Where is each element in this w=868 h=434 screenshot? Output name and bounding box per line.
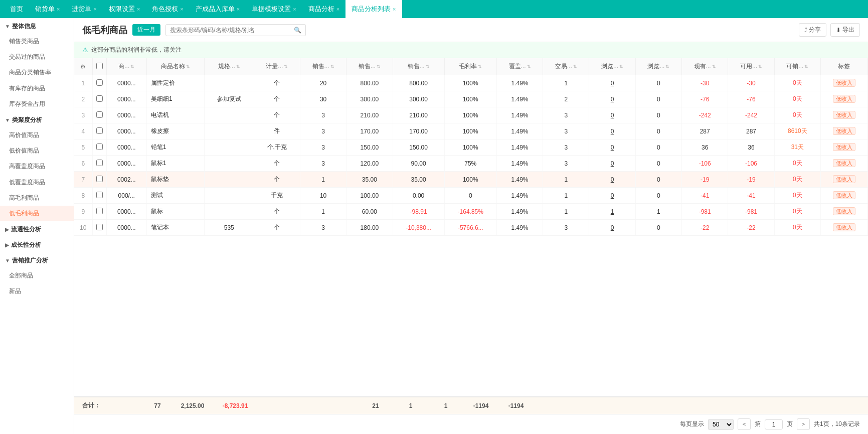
row-view1-3[interactable]: 0 (589, 123, 635, 139)
page-number-input[interactable] (765, 419, 783, 429)
col-spec[interactable]: 规格...⇅ (204, 58, 254, 75)
row-view1-5[interactable]: 0 (589, 156, 635, 172)
page-label: 第 (755, 420, 761, 428)
row-checkbox-8[interactable] (92, 204, 106, 220)
col-available[interactable]: 可用...⇅ (728, 58, 774, 75)
row-checkbox-9[interactable] (92, 220, 106, 236)
nav-product-analysis[interactable]: 商品分析× (302, 0, 345, 18)
row-view1-7[interactable]: 0 (589, 188, 635, 204)
select-all-checkbox[interactable] (96, 63, 103, 69)
sidebar-group-cluster[interactable]: ▼ 类聚度分析 (0, 112, 74, 127)
nav-home[interactable]: 首页 (4, 0, 29, 18)
sidebar-item-traded[interactable]: 交易过的商品 (0, 49, 74, 65)
col-transactions[interactable]: 交易...⇅ (543, 58, 589, 75)
next-page-button[interactable]: ＞ (797, 418, 810, 430)
row-checkbox-0[interactable] (92, 75, 106, 91)
sidebar-item-sales-products[interactable]: 销售类商品 (0, 34, 74, 49)
sidebar-item-low-margin[interactable]: 低毛利商品 (0, 206, 74, 221)
col-views2[interactable]: 浏览...⇅ (635, 58, 681, 75)
sidebar-item-high-margin[interactable]: 高毛利商品 (0, 190, 74, 206)
sidebar-item-high-value[interactable]: 高价值商品 (0, 127, 74, 143)
row-checkbox-3[interactable] (92, 123, 106, 139)
row-amount-9: -10,380... (393, 220, 444, 236)
row-qty-0: 20 (300, 75, 346, 91)
date-filter-button[interactable]: 近一月 (132, 24, 160, 36)
row-view1-8[interactable]: 1 (589, 204, 635, 220)
nav-close-template[interactable]: × (293, 6, 296, 12)
sidebar-item-capital[interactable]: 库存资金占用 (0, 96, 74, 112)
per-page-select[interactable]: 50 20 100 (708, 419, 734, 430)
col-sales-price[interactable]: 销售...⇅ (346, 58, 393, 75)
search-input[interactable] (170, 27, 294, 34)
nav-product-inbound[interactable]: 产成品入库单× (190, 0, 246, 18)
table-row: 8 000/... 测试 千克 10 100.00 0.00 0 1.49% 1… (74, 188, 868, 204)
sidebar-item-low-value[interactable]: 低价值商品 (0, 143, 74, 159)
row-name-3[interactable]: 橡皮擦 (146, 123, 204, 139)
col-product-code[interactable]: 商...⇅ (106, 58, 146, 75)
export-button[interactable]: ⬇ 导出 (830, 23, 860, 37)
col-settings[interactable]: ⚙ (74, 58, 92, 75)
sidebar-item-high-coverage[interactable]: 高覆盖度商品 (0, 159, 74, 174)
col-current-stock[interactable]: 现有...⇅ (682, 58, 728, 75)
row-view1-0[interactable]: 0 (589, 75, 635, 91)
col-coverage[interactable]: 覆盖...⇅ (496, 58, 543, 75)
row-name-5[interactable]: 鼠标1 (146, 156, 204, 172)
nav-close-permission[interactable]: × (137, 6, 140, 12)
row-checkbox-7[interactable] (92, 188, 106, 204)
top-nav: 首页 销货单× 进货单× 权限设置× 角色授权× 产成品入库单× 单据模板设置×… (0, 0, 868, 18)
row-checkbox-4[interactable] (92, 139, 106, 156)
row-view1-2[interactable]: 0 (589, 107, 635, 123)
col-product-name[interactable]: 商品名称⇅ (146, 58, 204, 75)
row-name-4[interactable]: 铅笔1 (146, 139, 204, 156)
row-checkbox-5[interactable] (92, 156, 106, 172)
col-unit[interactable]: 计量...⇅ (254, 58, 300, 75)
row-tag-9: 低收入 (820, 220, 867, 236)
col-saleable-days[interactable]: 可销...⇅ (774, 58, 820, 75)
row-view1-6[interactable]: 0 (589, 172, 635, 188)
prev-page-button[interactable]: ＜ (738, 418, 751, 430)
row-view1-1[interactable]: 0 (589, 91, 635, 107)
row-stock-4: 36 (682, 139, 728, 156)
nav-close-purchase[interactable]: × (93, 6, 96, 12)
total-records-label: 共1页，10条记录 (814, 420, 860, 428)
sidebar-item-category-rate[interactable]: 商品分类销售率 (0, 65, 74, 80)
sidebar-item-in-stock[interactable]: 有库存的商品 (0, 81, 74, 96)
nav-template[interactable]: 单据模板设置× (246, 0, 302, 18)
sidebar-item-new-products[interactable]: 新品 (0, 283, 74, 299)
row-name-8[interactable]: 鼠标 (146, 204, 204, 220)
row-name-0[interactable]: 属性定价 (146, 75, 204, 91)
sidebar-group-growth[interactable]: ▶ 成长性分析 (0, 237, 74, 252)
col-sales-amount[interactable]: 销售...⇅ (393, 58, 444, 75)
nav-close-sales[interactable]: × (57, 6, 60, 12)
nav-purchase-order[interactable]: 进货单× (66, 0, 102, 18)
sidebar-group-marketing[interactable]: ▼ 营销推广分析 (0, 252, 74, 268)
nav-analysis-list[interactable]: 商品分析列表× (345, 0, 402, 18)
nav-permission[interactable]: 权限设置× (103, 0, 146, 18)
row-view1-9[interactable]: 0 (589, 220, 635, 236)
row-name-2[interactable]: 电话机 (146, 107, 204, 123)
col-views1[interactable]: 浏览...⇅ (589, 58, 635, 75)
table-row: 4 0000... 橡皮擦 件 3 170.00 170.00 100% 1.4… (74, 123, 868, 139)
row-view1-4[interactable]: 0 (589, 139, 635, 156)
nav-close-inbound[interactable]: × (237, 6, 240, 12)
sidebar-item-all-products[interactable]: 全部商品 (0, 268, 74, 283)
row-name-7[interactable]: 测试 (146, 188, 204, 204)
row-checkbox-6[interactable] (92, 172, 106, 188)
col-sales-qty[interactable]: 销售...⇅ (300, 58, 346, 75)
row-name-9[interactable]: 笔记本 (146, 220, 204, 236)
nav-sales-order[interactable]: 销货单× (29, 0, 66, 18)
sidebar-group-overview[interactable]: ▼ 整体信息 (0, 18, 74, 34)
row-name-1[interactable]: 吴细细1 (146, 91, 204, 107)
row-checkbox-2[interactable] (92, 107, 106, 123)
row-name-6[interactable]: 鼠标垫 (146, 172, 204, 188)
nav-close-role[interactable]: × (180, 6, 183, 12)
sidebar-group-liquidity[interactable]: ▶ 流通性分析 (0, 221, 74, 237)
sidebar-item-low-coverage[interactable]: 低覆盖度商品 (0, 175, 74, 190)
nav-close-list[interactable]: × (393, 6, 396, 12)
nav-close-analysis[interactable]: × (336, 6, 339, 12)
table-row: 1 0000... 属性定价 个 20 800.00 800.00 100% 1… (74, 75, 868, 91)
row-checkbox-1[interactable] (92, 91, 106, 107)
col-margin[interactable]: 毛利率⇅ (444, 58, 496, 75)
share-button[interactable]: ⤴ 分享 (799, 23, 826, 37)
nav-role-auth[interactable]: 角色授权× (146, 0, 189, 18)
